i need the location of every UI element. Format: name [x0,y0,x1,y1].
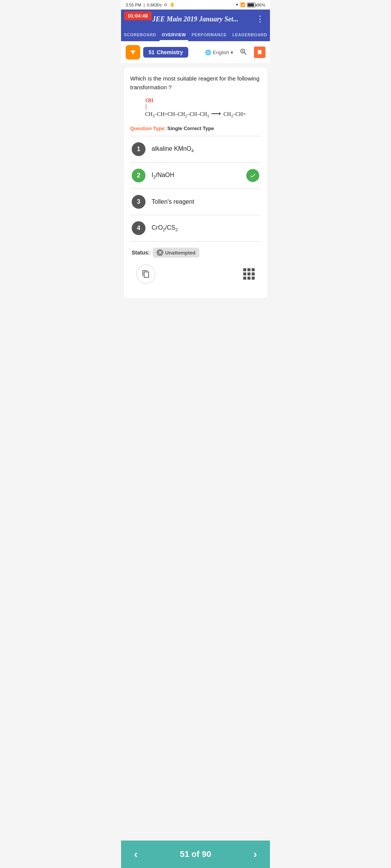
question-number: 51 [149,49,155,55]
bookmark-icon [257,49,263,55]
option-3-text: Tollen's reagent [152,198,259,205]
check-icon [249,172,256,179]
status-time: 3:55 PM [126,3,141,7]
menu-button[interactable]: ⋮ [256,14,265,24]
language-label: English [213,50,229,55]
grid-dot [252,277,255,280]
status-bar-right: ✦ 📶 96% [235,2,265,7]
divider-top [130,136,261,136]
header-title: JEE Main 2019 January Set... [139,15,252,23]
chem-formula: CH3–CH=CH–CH2–CH–CH3 ⟶ CH3–CH= [130,109,261,119]
formula-left: CH3–CH=CH–CH2–CH–CH3 [145,111,209,119]
bottom-actions [130,260,261,291]
copy-icon [142,270,150,278]
reaction-arrow: ⟶ [211,109,221,119]
grid-dot [243,272,246,275]
grid-button[interactable] [243,268,255,280]
question-type-value: Single Correct Type [167,126,214,131]
filter-left: 51 Chemistry [126,45,188,60]
battery-icon [247,3,255,7]
option-2-row[interactable]: 2 I2/NaOH [130,163,261,188]
status-badge: ✕ Unattempted [153,248,199,258]
option-2-text: I2/NaOH [152,172,240,179]
status-data: 0.6KB/s [147,3,162,7]
status-label: Status: [132,250,150,256]
language-globe-icon: 🌐 [205,50,211,55]
grid-dot [247,277,250,280]
status-row: Status: ✕ Unattempted [130,242,261,260]
formula-right: CH3–CH= [223,111,246,119]
question-type-line: Question Type: Single Correct Type [130,126,261,131]
tab-overview[interactable]: OVERVIEW [160,29,188,41]
grid-dot [252,268,255,271]
option-3-row[interactable]: 3 Tollen's reagent [130,190,261,214]
status-separator: | [144,3,145,7]
divider-1 [130,162,261,163]
grid-dot [252,272,255,275]
chem-diagram: OH | CH3–CH=CH–CH2–CH–CH3 ⟶ CH3–CH= [130,98,261,119]
status-bar: 3:55 PM | 0.6KB/s ⊙ 🤚 ✦ 📶 96% [121,0,270,10]
network-icon: 📶 [240,2,246,7]
grid-dot [243,268,246,271]
tab-leaderboard[interactable]: LEADERBOARD [230,29,269,41]
filter-right: 🌐 English ▾ [205,46,265,59]
subject-badge[interactable]: 51 Chemistry [143,47,188,58]
correct-checkmark-icon [246,169,259,182]
zoom-icon [239,48,248,56]
grid-dot [247,268,250,271]
bookmark-button[interactable] [254,47,265,58]
grid-dot [243,277,246,280]
filter-button[interactable] [126,45,140,60]
divider-4 [130,241,261,242]
option-1-text: alkaline KMnO4 [152,145,259,153]
option-1-number: 1 [132,142,145,156]
language-button[interactable]: 🌐 English ▾ [205,50,233,55]
option-1-row[interactable]: 1 alkaline KMnO4 [130,137,261,161]
divider-2 [130,188,261,189]
tab-performance[interactable]: PERFORMANCE [189,29,229,41]
status-bar-left: 3:55 PM | 0.6KB/s ⊙ 🤚 [126,2,175,7]
subject-name: Chemistry [157,49,183,55]
question-text: Which is the most suitable reagent for t… [130,74,261,92]
timer-display: 01:04:49 [124,11,152,20]
option-3-number: 3 [132,195,145,209]
tab-scoreboard[interactable]: SCOREBOARD [121,29,158,41]
option-4-text: CrO2/CS2 [152,224,259,232]
status-data-icon: ⊙ [164,2,167,7]
question-type-label: Question Type: [130,126,166,131]
status-value: Unattempted [165,250,195,256]
zoom-button[interactable] [238,46,249,59]
filter-icon [129,49,136,56]
battery-percent: 96% [257,3,265,7]
status-x-icon: ✕ [157,249,163,256]
divider-3 [130,215,261,215]
filter-bar: 51 Chemistry 🌐 English ▾ [121,41,270,64]
bluetooth-icon: ✦ [235,2,239,7]
copy-button[interactable] [136,264,155,283]
status-hand-icon: 🤚 [170,2,175,7]
option-4-row[interactable]: 4 CrO2/CS2 [130,216,261,240]
tab-bar: SCOREBOARD OVERVIEW PERFORMANCE LEADERBO… [121,29,270,41]
chevron-down-icon: ▾ [231,50,233,55]
grid-dot [247,272,250,275]
question-container: Which is the most suitable reagent for t… [124,68,267,298]
option-2-number: 2 [132,169,145,182]
bottom-spacer [121,302,270,332]
option-4-number: 4 [132,221,145,235]
